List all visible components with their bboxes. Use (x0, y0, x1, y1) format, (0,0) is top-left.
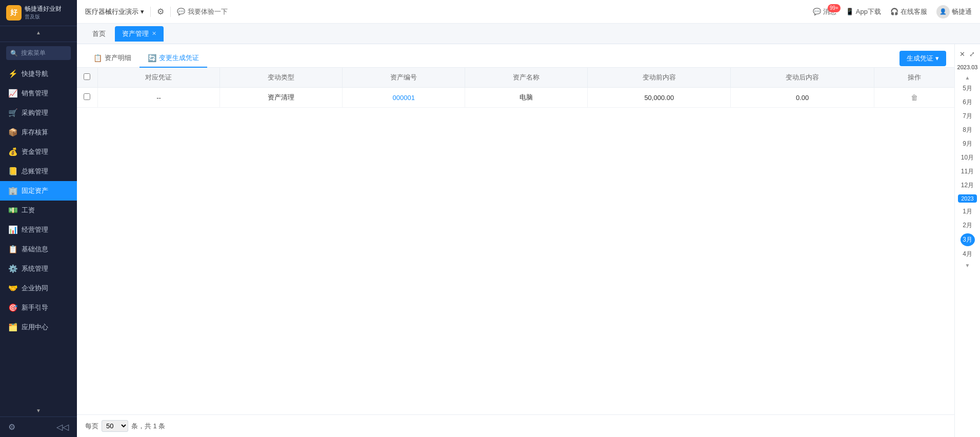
row-change-type: 资产清理 (220, 88, 343, 108)
search-menu-label: 搜索菜单 (21, 49, 46, 57)
tab-home[interactable]: 首页 (85, 26, 113, 42)
sidebar-item-资金管理[interactable]: 💰资金管理 (0, 142, 77, 162)
sidebar-label-经营管理: 经营管理 (22, 225, 48, 234)
sidebar-icon-企业协同: 🤝 (8, 284, 17, 293)
panel-expand-button[interactable]: ⤢ (968, 49, 976, 59)
panel-month-12月[interactable]: 12月 (960, 178, 975, 192)
asset-detail-icon: 📋 (93, 54, 102, 62)
gear-icon[interactable]: ⚙ (157, 7, 164, 16)
row-checkbox-0[interactable] (84, 93, 90, 100)
tab-close-icon[interactable]: ✕ (152, 30, 156, 37)
sidebar-label-系统管理: 系统管理 (22, 264, 48, 273)
panel-header: 2023.03 (955, 61, 980, 73)
sidebar-item-基础信息[interactable]: 📋基础信息 (0, 240, 77, 259)
panel-month-4月[interactable]: 4月 (961, 247, 975, 261)
sidebar-scroll-up[interactable]: ▲ (0, 26, 77, 38)
sidebar-item-应用中心[interactable]: 🗂️应用中心 (0, 317, 77, 337)
sidebar-item-库存核算[interactable]: 📦库存核算 (0, 123, 77, 142)
panel-month-11月[interactable]: 11月 (960, 165, 975, 178)
panel-curr-months: 1月2月3月4月 (961, 205, 975, 261)
app-logo-info: 畅捷通好业财 普及版 (25, 5, 62, 21)
panel-month-10月[interactable]: 10月 (960, 151, 975, 165)
scroll-up-arrow[interactable]: ▲ (32, 28, 45, 36)
app-name: 畅捷通好业财 (25, 5, 62, 13)
tab-asset-detail-label: 资产明细 (105, 53, 131, 63)
total-label: 条，共 1 条 (131, 422, 165, 431)
row-checkbox-cell (77, 88, 97, 108)
delete-row-button[interactable]: 🗑 (911, 93, 918, 102)
message-button[interactable]: 💬 消息 99+ (813, 7, 836, 16)
sidebar-item-快捷导航[interactable]: ⚡快捷导航 (0, 64, 77, 84)
data-table: 对应凭证 变动类型 资产编号 资产名称 变动前内容 变动后内容 操作 -- 资产… (77, 68, 954, 108)
sidebar-scroll-down[interactable]: ▼ (0, 404, 77, 416)
panel-month-9月[interactable]: 9月 (960, 137, 975, 151)
select-all-header (77, 68, 97, 88)
settings-icon[interactable]: ⚙ (8, 422, 15, 432)
tab-home-label: 首页 (92, 29, 106, 38)
sidebar-item-工资[interactable]: 💵工资 (0, 201, 77, 220)
tab-asset-detail[interactable]: 📋 资产明细 (85, 49, 139, 68)
panel-year[interactable]: 2023 (958, 194, 976, 203)
content-main: 📋 资产明细 🔄 变更生成凭证 生成凭证 ▾ (77, 44, 954, 437)
panel-month-2月[interactable]: 2月 (961, 218, 975, 232)
panel-month-6月[interactable]: 6月 (960, 95, 975, 109)
sidebar-item-企业协同[interactable]: 🤝企业协同 (0, 279, 77, 298)
panel-close-button[interactable]: ✕ (958, 49, 966, 59)
main-area: 医疗器械行业演示 ▾ ⚙ 💬 我要体验一下 💬 消息 99+ 📱 App下载 🎧… (77, 0, 980, 437)
sidebar-menu: 🔍 搜索菜单 ⚡快捷导航📈销售管理🛒采购管理📦库存核算💰资金管理📒总账管理🏢固定… (0, 38, 77, 404)
panel-scroll-up[interactable]: ▲ (962, 73, 974, 82)
experience-icon: 💬 (177, 8, 185, 15)
tab-change-voucher-label: 变更生成凭证 (159, 53, 199, 63)
customer-service-button[interactable]: 🎧 在线客服 (890, 7, 927, 16)
table-row: -- 资产清理 000001 电脑 50,000.00 0.00 🗑 (77, 88, 954, 108)
sidebar-label-应用中心: 应用中心 (22, 323, 48, 332)
sidebar-icon-资金管理: 💰 (8, 147, 17, 156)
sidebar-logo: 好 畅捷通好业财 普及版 (0, 0, 77, 26)
row-after: 0.00 (731, 88, 874, 108)
user-label: 畅捷通 (952, 7, 972, 16)
sidebar-icon-固定资产: 🏢 (8, 186, 17, 195)
company-name: 医疗器械行业演示 (85, 7, 138, 16)
app-logo-icon: 好 (6, 5, 22, 21)
sidebar-item-系统管理[interactable]: ⚙️系统管理 (0, 259, 77, 279)
sidebar-label-工资: 工资 (22, 206, 35, 215)
topbar-divider-1 (150, 7, 151, 17)
sidebar-item-采购管理[interactable]: 🛒采购管理 (0, 103, 77, 123)
panel-month-3月[interactable]: 3月 (961, 233, 975, 246)
app-download-icon: 📱 (846, 8, 854, 15)
per-page-select[interactable]: 102050100 (102, 420, 128, 432)
sidebar-label-新手引导: 新手引导 (22, 303, 48, 312)
panel-month-7月[interactable]: 7月 (960, 109, 975, 123)
app-download-button[interactable]: 📱 App下载 (846, 7, 881, 16)
sidebar-item-新手引导[interactable]: 🎯新手引导 (0, 298, 77, 317)
tab-change-voucher[interactable]: 🔄 变更生成凭证 (139, 49, 207, 68)
col-asset-name: 资产名称 (465, 68, 588, 88)
generate-voucher-button[interactable]: 生成凭证 ▾ (899, 51, 946, 66)
experience-button[interactable]: 💬 我要体验一下 (177, 7, 228, 16)
scroll-down-arrow[interactable]: ▼ (32, 406, 45, 414)
sidebar-item-总账管理[interactable]: 📒总账管理 (0, 162, 77, 181)
sidebar-item-销售管理[interactable]: 📈销售管理 (0, 84, 77, 103)
sidebar-item-固定资产[interactable]: 🏢固定资产 (0, 181, 77, 201)
select-all-checkbox[interactable] (84, 73, 90, 80)
collapse-icon[interactable]: ◁◁ (56, 422, 69, 432)
panel-month-1月[interactable]: 1月 (961, 205, 975, 218)
sidebar-item-经营管理[interactable]: 📊经营管理 (0, 220, 77, 240)
panel-scroll-down[interactable]: ▼ (962, 261, 974, 269)
tab-asset-management[interactable]: 资产管理 ✕ (115, 26, 164, 42)
search-menu-button[interactable]: 🔍 搜索菜单 (6, 46, 71, 60)
topbar-divider-2 (170, 7, 171, 17)
company-selector[interactable]: 医疗器械行业演示 ▾ (85, 7, 144, 16)
panel-month-8月[interactable]: 8月 (960, 123, 975, 137)
sidebar-label-基础信息: 基础信息 (22, 245, 48, 254)
row-voucher: -- (97, 88, 220, 108)
generate-btn-dropdown-icon: ▾ (935, 54, 939, 62)
sidebar-label-快捷导航: 快捷导航 (22, 69, 48, 78)
col-asset-no: 资产编号 (343, 68, 465, 88)
sidebar-items: ⚡快捷导航📈销售管理🛒采购管理📦库存核算💰资金管理📒总账管理🏢固定资产💵工资📊经… (0, 64, 77, 337)
col-before-content: 变动前内容 (588, 68, 731, 88)
panel-month-5月[interactable]: 5月 (960, 82, 975, 95)
sidebar-label-销售管理: 销售管理 (22, 89, 48, 98)
sidebar-label-固定资产: 固定资产 (22, 186, 48, 195)
user-button[interactable]: 👤 畅捷通 (936, 5, 972, 18)
